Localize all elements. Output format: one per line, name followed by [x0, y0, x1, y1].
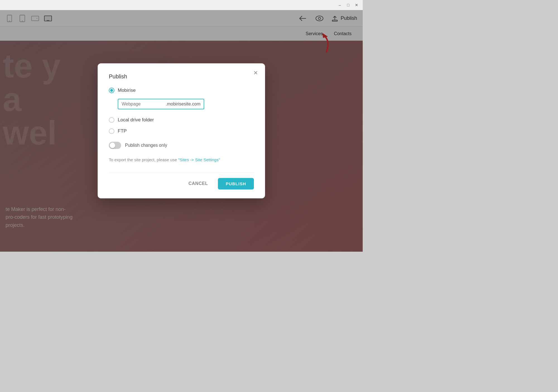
local-drive-radio-item[interactable]: Local drive folder [109, 117, 254, 123]
mobirise-radio-button[interactable] [109, 88, 114, 93]
cancel-button[interactable]: CANCEL [184, 178, 212, 189]
local-drive-radio-label: Local drive folder [118, 117, 154, 123]
toggle-row: Publish changes only [109, 142, 254, 149]
modal-overlay: ✕ Publish Mobirise .mobirisesite.com Loc… [0, 10, 363, 252]
webpage-suffix: .mobirisesite.com [162, 99, 204, 109]
webpage-input-row: .mobirisesite.com [118, 99, 254, 109]
title-bar: – □ ✕ [0, 0, 363, 10]
window-close-button[interactable]: ✕ [353, 1, 360, 9]
mobirise-radio-row[interactable]: Mobirise [109, 88, 254, 93]
app-container: Publish Services Contacts te y a wel te … [0, 10, 363, 252]
publish-dialog: ✕ Publish Mobirise .mobirisesite.com Loc… [98, 63, 265, 198]
ftp-radio-item[interactable]: FTP [109, 128, 254, 134]
publish-dialog-button[interactable]: PUBLISH [218, 178, 254, 189]
publish-changes-toggle[interactable] [109, 142, 121, 149]
dialog-title: Publish [109, 73, 254, 80]
dialog-close-button[interactable]: ✕ [252, 69, 259, 77]
webpage-input[interactable] [118, 99, 162, 109]
mobirise-radio-label: Mobirise [118, 88, 136, 93]
dialog-footer: CANCEL PUBLISH [109, 172, 254, 189]
ftp-radio-button[interactable] [109, 128, 114, 134]
radio-group-other: Local drive folder FTP [109, 117, 254, 134]
local-drive-radio-button[interactable] [109, 117, 114, 123]
ftp-radio-label: FTP [118, 128, 127, 134]
export-text-before: To export the site project, please use [109, 157, 178, 162]
maximize-button[interactable]: □ [344, 1, 352, 9]
minimize-button[interactable]: – [336, 1, 344, 9]
toggle-label: Publish changes only [125, 143, 167, 148]
export-text: To export the site project, please use "… [109, 157, 254, 163]
export-link[interactable]: "Sites -> Site Settings" [178, 157, 220, 162]
